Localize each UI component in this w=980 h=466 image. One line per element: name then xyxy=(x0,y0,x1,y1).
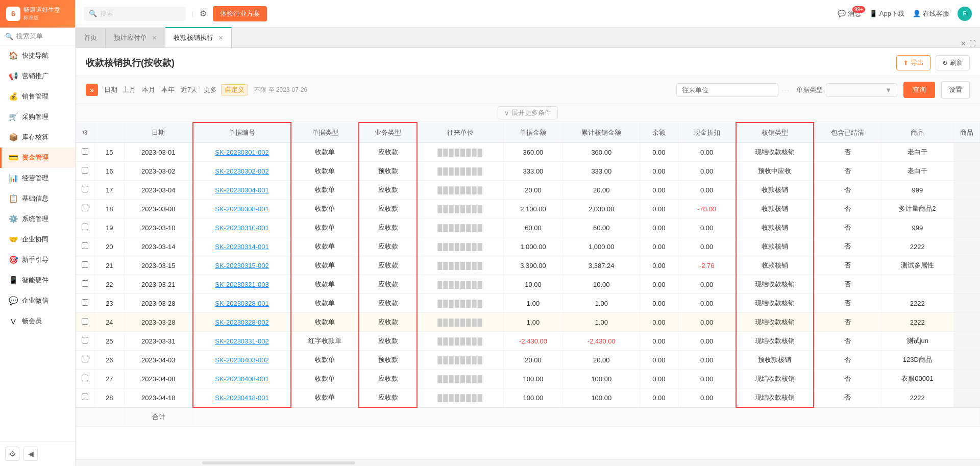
filter-expand-button[interactable]: » xyxy=(86,84,98,96)
expand-more-button[interactable]: ∨ 展开更多条件 xyxy=(498,106,558,119)
cell-checkbox[interactable] xyxy=(76,218,95,237)
sidebar-item-home[interactable]: 🏠 快捷导航 xyxy=(0,45,75,66)
filter-7days[interactable]: 近7天 xyxy=(179,84,200,95)
row-checkbox[interactable] xyxy=(82,337,88,344)
filter-this-year[interactable]: 本年 xyxy=(159,84,177,95)
user-avatar[interactable]: R xyxy=(958,7,972,21)
filter-custom[interactable]: 自定义 xyxy=(221,84,248,95)
th-date: 日期 xyxy=(124,122,193,143)
cell-checkbox[interactable] xyxy=(76,351,95,370)
query-button[interactable]: 查询 xyxy=(903,82,935,98)
th-settings[interactable]: ⚙ xyxy=(76,122,95,143)
cell-total-offset: 333.00 xyxy=(563,162,640,181)
row-checkbox[interactable] xyxy=(82,205,88,211)
page-header-actions: ⬆ 导出 ↻ 刷新 xyxy=(896,55,970,70)
cell-checkbox[interactable] xyxy=(76,313,95,332)
bill-no-link[interactable]: SK-20230314-001 xyxy=(215,243,269,251)
bill-no-link[interactable]: SK-20230418-001 xyxy=(215,394,269,402)
row-checkbox[interactable] xyxy=(82,242,88,249)
bill-no-link[interactable]: SK-20230310-001 xyxy=(215,224,269,232)
cell-unit: ████████ xyxy=(417,313,503,332)
cell-checkbox[interactable] xyxy=(76,256,95,275)
tab-prepay[interactable]: 预计应付单 ✕ xyxy=(106,28,165,47)
scrollbar-thumb[interactable] xyxy=(202,461,355,464)
sidebar-settings-button[interactable]: ⚙ xyxy=(5,447,19,461)
row-checkbox[interactable] xyxy=(82,375,88,381)
cell-checkbox[interactable] xyxy=(76,237,95,256)
bill-no-link[interactable]: SK-20230403-002 xyxy=(215,356,269,364)
cell-checkbox[interactable] xyxy=(76,370,95,388)
app-download-btn[interactable]: 📱 App下载 xyxy=(869,9,904,18)
sidebar-item-member-label: 畅会员 xyxy=(22,316,42,326)
bill-no-link[interactable]: SK-20230308-001 xyxy=(215,205,269,213)
sidebar-item-member[interactable]: V 畅会员 xyxy=(0,311,75,331)
row-checkbox[interactable] xyxy=(82,394,88,400)
online-support-btn[interactable]: 👤 在线客服 xyxy=(913,9,949,18)
cell-checkbox[interactable] xyxy=(76,294,95,313)
topbar-divider: | xyxy=(192,10,193,17)
filter-this-month[interactable]: 本月 xyxy=(140,84,157,95)
sidebar-item-hardware[interactable]: 📱 智能硬件 xyxy=(0,270,75,290)
cell-checkbox[interactable] xyxy=(76,181,95,200)
row-checkbox[interactable] xyxy=(82,356,88,362)
unit-input[interactable] xyxy=(676,83,778,97)
row-checkbox[interactable] xyxy=(82,167,88,174)
horizontal-scrollbar[interactable] xyxy=(76,459,980,466)
sidebar-item-finance[interactable]: 💳 资金管理 xyxy=(0,148,75,168)
sidebar-item-system[interactable]: ⚙️ 系统管理 xyxy=(0,209,75,229)
cell-checkbox[interactable] xyxy=(76,275,95,294)
table-container[interactable]: ⚙ 日期 单据编号 单据类型 业务类型 往来单位 单据金额 累计核销金额 余额 … xyxy=(76,122,980,459)
row-checkbox[interactable] xyxy=(82,224,88,230)
bill-no-link[interactable]: SK-20230408-001 xyxy=(215,375,269,383)
topbar-search[interactable]: 🔍 搜索 xyxy=(84,7,186,21)
industry-btn[interactable]: 体验行业方案 xyxy=(213,6,267,21)
filter-more[interactable]: 更多 xyxy=(202,84,219,95)
settings-button[interactable]: 设置 xyxy=(941,81,970,99)
bill-no-link[interactable]: SK-20230304-001 xyxy=(215,186,269,194)
cell-checkbox[interactable] xyxy=(76,332,95,351)
tab-close-icon[interactable]: ✕ xyxy=(961,40,966,47)
row-checkbox[interactable] xyxy=(82,280,88,287)
cell-bill-no: SK-20230328-001 xyxy=(193,294,291,313)
sidebar-collapse-button[interactable]: ◀ xyxy=(23,447,38,461)
cell-checkbox[interactable] xyxy=(76,388,95,408)
sidebar-item-purchase[interactable]: 🛒 采购管理 xyxy=(0,107,75,127)
export-button[interactable]: ⬆ 导出 xyxy=(896,55,930,70)
filter-last-month[interactable]: 上月 xyxy=(120,84,138,95)
sidebar-item-marketing[interactable]: 📢 营销推广 xyxy=(0,66,75,86)
sidebar-item-guide[interactable]: 🎯 新手引导 xyxy=(0,250,75,270)
cell-offset-type: 收款核销 xyxy=(736,237,814,256)
sidebar-item-collab[interactable]: 🤝 企业协同 xyxy=(0,229,75,250)
row-checkbox[interactable] xyxy=(82,148,88,155)
tab-maximize-icon[interactable]: ⛶ xyxy=(969,40,976,47)
cell-checkbox[interactable] xyxy=(76,162,95,181)
sidebar-item-basic-info[interactable]: 📋 基础信息 xyxy=(0,188,75,209)
tab-verify[interactable]: 收款核销执行 ✕ xyxy=(165,27,232,47)
cell-checkbox[interactable] xyxy=(76,143,95,162)
row-checkbox[interactable] xyxy=(82,261,88,268)
bill-no-link[interactable]: SK-20230315-002 xyxy=(215,262,269,269)
sidebar-item-inventory[interactable]: 📦 库存核算 xyxy=(0,127,75,148)
bill-no-link[interactable]: SK-20230328-002 xyxy=(215,318,269,326)
bill-no-link[interactable]: SK-20230321-003 xyxy=(215,281,269,288)
sidebar-item-sales[interactable]: 💰 销售管理 xyxy=(0,86,75,107)
cell-total-offset: 60.00 xyxy=(563,218,640,237)
topbar-gear-icon[interactable]: ⚙ xyxy=(200,9,207,18)
tab-prepay-close[interactable]: ✕ xyxy=(152,35,157,41)
sidebar-item-operations[interactable]: 📊 经营管理 xyxy=(0,168,75,188)
row-checkbox[interactable] xyxy=(82,299,88,306)
bill-no-link[interactable]: SK-20230301-002 xyxy=(215,149,269,156)
sidebar-item-wechat[interactable]: 💬 企业微信 xyxy=(0,290,75,311)
refresh-button[interactable]: ↻ 刷新 xyxy=(936,55,970,70)
notifications-btn[interactable]: 💬 消息 99+ xyxy=(838,9,861,18)
tab-verify-close[interactable]: ✕ xyxy=(218,35,223,41)
bill-type-select[interactable]: ▼ xyxy=(826,83,897,97)
bill-no-link[interactable]: SK-20230331-002 xyxy=(215,337,269,345)
tab-home[interactable]: 首页 xyxy=(76,28,106,47)
bill-no-link[interactable]: SK-20230302-002 xyxy=(215,167,269,175)
row-checkbox[interactable] xyxy=(82,318,88,325)
row-checkbox[interactable] xyxy=(82,186,88,192)
bill-no-link[interactable]: SK-20230328-001 xyxy=(215,300,269,307)
cell-checkbox[interactable] xyxy=(76,200,95,218)
sidebar-search[interactable]: 🔍 搜索菜单 xyxy=(0,28,75,45)
